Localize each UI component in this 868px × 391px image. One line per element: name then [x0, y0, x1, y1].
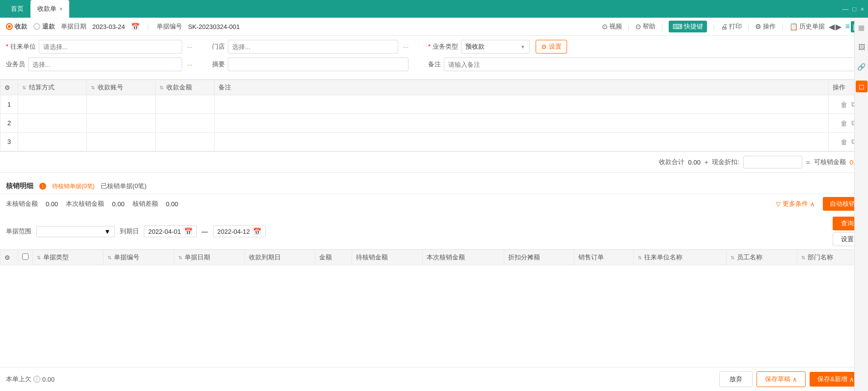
history-btn[interactable]: 📋 历史单据	[789, 22, 825, 31]
salesman-input[interactable]	[28, 57, 182, 71]
sidebar-link-icon[interactable]: 🔗	[856, 61, 868, 73]
col-account: ⇅ 收款账号	[87, 80, 156, 95]
row-3-amount[interactable]	[156, 133, 215, 151]
bottom-col-clientname-label: 往来单位名称	[644, 253, 682, 261]
biz-type-value: 预收款	[465, 42, 518, 51]
row-1-account[interactable]	[87, 95, 156, 114]
form-row-1: 往来单位 ··· 门店 ··· 业务类型 预收款 ▼ ⚙	[6, 40, 862, 54]
footer: 本单上欠 i 0.00 放弃 保存草稿 ∧ 保存&新增 ∧	[0, 367, 868, 391]
date-to-input[interactable]: 2022-04-12 📅	[213, 225, 266, 237]
discount-input[interactable]	[743, 156, 802, 168]
row-3-account[interactable]	[87, 133, 156, 151]
client-input[interactable]	[39, 40, 182, 54]
bottom-gear-icon[interactable]: ⚙	[4, 254, 10, 261]
date-from-icon: 📅	[184, 227, 192, 235]
gear-icon[interactable]: ⚙	[4, 84, 10, 91]
tab-close-icon[interactable]: ×	[59, 6, 62, 12]
row-3-remark[interactable]	[215, 133, 829, 151]
operation-btn[interactable]: ⚙ 操作	[755, 22, 776, 31]
settings-button[interactable]: ⚙ 设置	[536, 40, 567, 54]
close-button[interactable]: ×	[860, 5, 864, 13]
row-1-delete-icon[interactable]: 🗑	[841, 101, 847, 109]
unchecked-value: 0.00	[46, 200, 58, 208]
pending-tab-link[interactable]: 待核销单据(0笔)	[52, 182, 95, 191]
operation-label: 操作	[763, 22, 776, 31]
list-view-icon[interactable]: ≡	[845, 22, 850, 31]
bottom-col-dept-label: 部门名称	[808, 253, 833, 261]
remark-field: 备注	[428, 57, 862, 71]
sidebar-image-icon[interactable]: 🖼	[856, 41, 868, 53]
calendar-icon[interactable]: 📅	[131, 23, 139, 30]
done-tab-link[interactable]: 已核销单据(0笔)	[101, 182, 147, 191]
bottom-col-bill-date: ⇅ 单据日期	[174, 250, 244, 265]
select-all-checkbox[interactable]	[22, 253, 28, 260]
print-icon: 🖨	[721, 23, 728, 30]
biz-type-select[interactable]: 预收款 ▼	[461, 40, 530, 54]
video-label: 视频	[609, 22, 622, 31]
date-to-icon: 📅	[253, 227, 261, 235]
current-writeoff-label: 本次核销金额	[66, 199, 104, 208]
summary-input[interactable]	[228, 57, 408, 71]
more-conditions-btn[interactable]: ▽ 更多条件 ∧	[776, 199, 815, 208]
date-to-value: 2022-04-12	[217, 228, 250, 235]
section-title: 核销明细	[6, 182, 33, 191]
client-more-icon[interactable]: ···	[187, 43, 192, 51]
print-btn[interactable]: 🖨 打印	[721, 22, 742, 31]
info-icon[interactable]: i	[39, 183, 46, 190]
writeoff-section: 核销明细 i 待核销单据(0笔) 已核销单据(0笔) 未核销金额 0.00 本次…	[0, 177, 868, 367]
bottom-col-pending: 待核销金额	[352, 250, 422, 265]
row-3-settlement[interactable]	[18, 133, 87, 151]
row-2-delete-icon[interactable]: 🗑	[841, 119, 847, 127]
minimize-button[interactable]: —	[842, 5, 849, 13]
salesman-more-icon[interactable]: ···	[187, 61, 192, 68]
radio-income[interactable]: 收款	[6, 22, 27, 31]
tab-home[interactable]: 首页	[4, 0, 30, 18]
maximize-button[interactable]: □	[853, 5, 857, 13]
sidebar-camera-icon[interactable]: ◻	[856, 81, 868, 92]
store-more-icon[interactable]: ···	[403, 43, 408, 51]
store-input[interactable]	[228, 40, 398, 54]
info-circle[interactable]: i	[33, 376, 40, 383]
next-arrow[interactable]: ▶	[836, 22, 841, 31]
row-2-amount[interactable]	[156, 114, 215, 133]
remark-label: 备注	[428, 60, 441, 69]
col-remark-label: 备注	[218, 84, 231, 91]
row-1-amount[interactable]	[156, 95, 215, 114]
row-3-delete-icon[interactable]: 🗑	[841, 138, 847, 146]
income-table: ⚙ ⇅ 结算方式 ⇅ 收款账号 ⇅ 收款金额 备注	[0, 80, 868, 151]
col-gear: ⚙	[0, 80, 18, 95]
shortcut-btn[interactable]: ⌨ 快捷键	[669, 21, 707, 32]
bottom-col-type-label: 单据类型	[43, 253, 69, 261]
row-2-settlement[interactable]	[18, 114, 87, 133]
sidebar-table-icon[interactable]: ▦	[856, 22, 868, 33]
shortcut-label: 快捷键	[684, 22, 703, 31]
discard-button[interactable]: 放弃	[719, 371, 753, 387]
section-stats: 未核销金额 0.00 本次核销金额 0.00 核销差额 0.00 ▽ 更多条件 …	[0, 194, 868, 214]
row-2-account[interactable]	[87, 114, 156, 133]
shortcut-icon: ⌨	[673, 23, 682, 30]
range-select-arrow: ▼	[104, 228, 110, 235]
tab-current[interactable]: 收款单 ×	[30, 0, 69, 18]
bottom-col-employee-label: 员工名称	[737, 253, 762, 261]
help-btn[interactable]: ⊙ 帮助	[635, 22, 655, 31]
save-draft-button[interactable]: 保存草稿 ∧	[757, 371, 806, 387]
help-label: 帮助	[643, 22, 655, 31]
bill-value: SK-20230324-001	[188, 23, 240, 30]
row-1-settlement[interactable]	[18, 95, 87, 114]
date-filter-row: 单据范围 ▼ 到期日 2022-04-01 📅 — 2022-04-12 📅 查…	[0, 214, 868, 250]
range-select[interactable]: ▼	[36, 226, 115, 237]
remark-input[interactable]	[444, 57, 862, 71]
bottom-col-salesorder-label: 销售订单	[578, 253, 604, 261]
col-amount: ⇅ 收款金额	[156, 80, 215, 95]
row-2-remark[interactable]	[215, 114, 829, 133]
row-1-remark[interactable]	[215, 95, 829, 114]
radio-refund[interactable]: 退款	[33, 22, 55, 31]
video-btn[interactable]: ⊙ 视频	[602, 22, 622, 31]
bottom-col-discount-label: 折扣分摊额	[508, 253, 540, 261]
save-new-label: 保存&新增	[817, 375, 847, 384]
prev-arrow[interactable]: ◀	[829, 22, 835, 31]
biz-type-arrow: ▼	[520, 44, 525, 50]
row-2-num: 2	[0, 114, 18, 133]
date-from-input[interactable]: 2022-04-01 📅	[144, 225, 197, 237]
more-conditions-label: 更多条件	[783, 199, 808, 208]
